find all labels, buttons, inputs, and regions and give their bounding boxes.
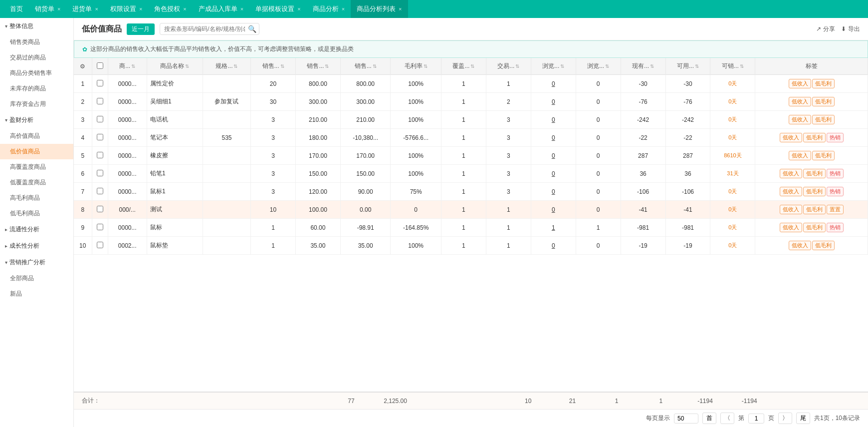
cell-checkbox[interactable] [92,219,108,237]
sidebar-item-high-margin[interactable]: 高毛利商品 [0,190,73,206]
cell-checkbox[interactable] [92,237,108,255]
row-checkbox[interactable] [97,98,103,104]
first-page-button[interactable]: 首 [702,413,716,424]
col-tags[interactable]: 标签 [755,58,868,75]
nav-sales-order[interactable]: 销货单 × [29,0,66,18]
page-input[interactable] [748,414,764,424]
cell-browse1[interactable]: 0 [531,237,576,255]
col-code[interactable]: 商...⇅ [108,58,147,75]
col-available[interactable]: 可用...⇅ [665,58,710,75]
tag-badge: 低毛利 [812,151,835,160]
cell-browse1[interactable]: 0 [531,147,576,165]
close-icon[interactable]: × [57,6,60,12]
col-browse1[interactable]: 浏览...⇅ [531,58,576,75]
cell-gross-rate: 100% [391,111,441,129]
time-filter-button[interactable]: 近一月 [127,23,155,35]
cell-browse1[interactable]: 0 [531,93,576,111]
last-page-button[interactable]: 尾 [796,413,810,424]
export-button[interactable]: ⬇ 导出 [841,25,860,33]
close-icon[interactable]: × [95,6,98,12]
page-size-select[interactable]: 50 20 100 [674,414,698,424]
cell-browse1[interactable]: 0 [531,111,576,129]
cell-checkbox[interactable] [92,201,108,219]
col-transaction[interactable]: 交易...⇅ [486,58,531,75]
close-icon[interactable]: × [240,6,243,12]
col-spec[interactable]: 规格...⇅ [203,58,250,75]
col-sale-amount[interactable]: 销售...⇅ [296,58,341,75]
sidebar-item-high-value[interactable]: 高价值商品 [0,128,73,144]
close-icon[interactable]: × [297,6,300,12]
cell-browse1[interactable]: 0 [531,165,576,183]
cell-checkbox[interactable] [92,75,108,93]
select-all-checkbox[interactable] [97,62,103,69]
cell-browse1[interactable]: 0 [531,183,576,201]
nav-product-analysis-list[interactable]: 商品分析列表 × [351,0,408,18]
cell-checkbox[interactable] [92,183,108,201]
sidebar-item-high-coverage[interactable]: 高覆盖度商品 [0,159,73,175]
col-current[interactable]: 现有...⇅ [621,58,665,75]
row-checkbox[interactable] [97,134,103,140]
nav-product-analysis[interactable]: 商品分析 × [307,0,351,18]
sidebar-item-low-coverage[interactable]: 低覆盖度商品 [0,175,73,190]
row-checkbox[interactable] [97,116,103,122]
col-settings[interactable]: ⚙ [74,58,92,75]
cell-spec [203,75,250,93]
close-icon[interactable]: × [183,6,186,12]
sidebar-group-circulation[interactable]: ▸ 流通性分析 [0,221,73,238]
cell-checkbox[interactable] [92,129,108,147]
row-checkbox[interactable] [97,80,103,86]
cell-browse1[interactable]: 0 [531,201,576,219]
sidebar-item-stock-capital[interactable]: 库存资金占用 [0,96,73,112]
sidebar-item-category-sales[interactable]: 商品分类销售率 [0,65,73,81]
table-container[interactable]: ⚙ 商...⇅ 商品名称⇅ 规格...⇅ 销售...⇅ 销售...⇅ 销售...… [74,58,868,392]
cell-browse1[interactable]: 1 [531,219,576,237]
sidebar-item-low-value[interactable]: 低价值商品 [0,144,73,159]
next-page-button[interactable]: 〉 [778,413,792,424]
nav-role-auth[interactable]: 角色授权 × [148,0,192,18]
col-sale-profit[interactable]: 销售...⇅ [340,58,390,75]
cell-checkbox[interactable] [92,93,108,111]
cell-tags: 低收入低毛利 [755,237,868,255]
row-checkbox[interactable] [97,206,103,212]
sidebar-group-growth[interactable]: ▸ 成长性分析 [0,238,73,254]
nav-purchase-order[interactable]: 进货单 × [66,0,104,18]
search-input[interactable] [160,23,259,35]
col-name[interactable]: 商品名称⇅ [147,58,203,75]
col-browse2[interactable]: 浏览...⇅ [576,58,621,75]
nav-template-setting[interactable]: 单据模板设置 × [249,0,306,18]
sidebar-item-low-margin[interactable]: 低毛利商品 [0,206,73,221]
share-button[interactable]: ↗ 分享 [816,25,835,33]
sidebar-group-marketing[interactable]: ▾ 营销推广分析 [0,254,73,271]
search-icon[interactable]: 🔍 [248,25,256,33]
col-checkbox[interactable] [92,58,108,75]
cell-checkbox[interactable] [92,165,108,183]
nav-permission[interactable]: 权限设置 × [104,0,148,18]
sidebar-group-finance[interactable]: ▾ 盈财分析 [0,112,73,128]
cell-checkbox[interactable] [92,111,108,129]
row-checkbox[interactable] [97,152,103,158]
cell-browse1[interactable]: 0 [531,75,576,93]
col-gross-rate[interactable]: 毛利率⇅ [391,58,441,75]
sidebar-item-all-products[interactable]: 全部商品 [0,271,73,286]
col-sale-qty[interactable]: 销售...⇅ [251,58,296,75]
close-icon[interactable]: × [342,6,345,12]
sidebar-item-traded-products[interactable]: 交易过的商品 [0,50,73,65]
sidebar-group-overall[interactable]: ▾ 整体信息 [0,18,73,34]
sidebar-item-no-stock[interactable]: 未库存的商品 [0,81,73,96]
prev-page-button[interactable]: 〈 [720,413,734,424]
row-checkbox[interactable] [97,224,103,230]
close-icon[interactable]: × [399,6,402,12]
nav-home[interactable]: 首页 [4,0,29,18]
row-checkbox[interactable] [97,188,103,194]
col-saleable[interactable]: 可销...⇅ [710,58,755,75]
row-checkbox[interactable] [97,170,103,176]
settings-icon[interactable]: ⚙ [80,63,85,70]
cell-checkbox[interactable] [92,147,108,165]
row-checkbox[interactable] [97,242,103,248]
sidebar-item-sales-products[interactable]: 销售类商品 [0,34,73,50]
close-icon[interactable]: × [139,6,142,12]
cell-browse1[interactable]: 0 [531,129,576,147]
nav-product-stock[interactable]: 产成品入库单 × [193,0,249,18]
sidebar-item-new-products[interactable]: 新品 [0,286,73,302]
col-coverage[interactable]: 覆盖...⇅ [441,58,486,75]
